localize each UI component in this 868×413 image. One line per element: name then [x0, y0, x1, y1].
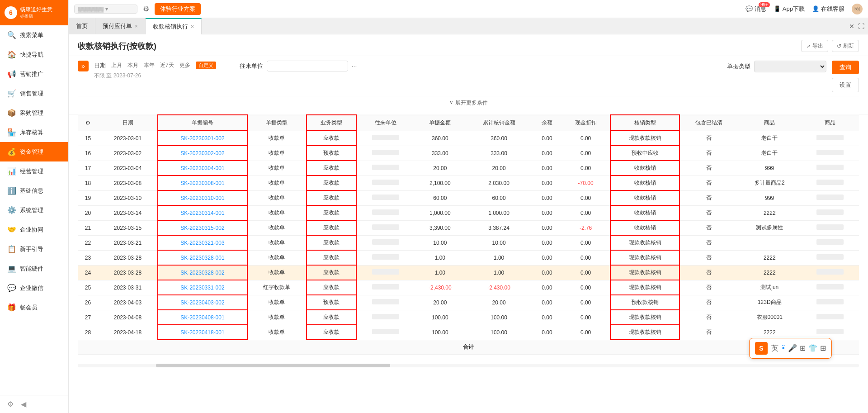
cell-cash_discount: -70.00 [561, 176, 610, 190]
sidebar-item-guide[interactable]: 📋新手引导 [0, 239, 68, 259]
sidebar-item-enterprise[interactable]: 🤝企业协同 [0, 220, 68, 239]
cell-counterpart [356, 310, 415, 325]
cell-include_settled: 否 [679, 280, 738, 295]
voucher-link[interactable]: SK-20230328-002 [180, 270, 224, 276]
sidebar-item-smart[interactable]: 💻智能硬件 [0, 259, 68, 278]
message-link[interactable]: 💬 消息 99+ [745, 5, 766, 13]
solution-button[interactable]: 体验行业方案 [155, 3, 201, 15]
tab-close-prepay[interactable]: × [135, 23, 138, 29]
cell-voucher_no[interactable]: SK-20230328-001 [158, 250, 247, 265]
cell-no: 16 [78, 146, 98, 161]
voucher-link[interactable]: SK-20230310-001 [180, 195, 224, 201]
voucher-link[interactable]: SK-20230315-002 [180, 225, 224, 231]
floating-icon-2[interactable]: •̈ [781, 344, 785, 353]
filter-settings-button[interactable]: 设置 [832, 78, 859, 92]
counterpart-input[interactable] [267, 61, 348, 71]
tab-collection-exec[interactable]: 收款核销执行× [146, 18, 202, 34]
voucher-link[interactable]: SK-20230301-002 [180, 135, 224, 142]
sidebar-icon-inventory: 🏪 [7, 128, 16, 137]
tab-home[interactable]: 首页 [69, 18, 95, 34]
sidebar-item-member[interactable]: 🎁畅会员 [0, 298, 68, 317]
date-quick-btn-上月[interactable]: 上月 [109, 61, 124, 70]
cell-no: 24 [78, 265, 98, 280]
voucher-link[interactable]: SK-20230302-002 [180, 150, 224, 157]
table-row: 252023-03-31SK-20230331-002红字收款单应收款-2,43… [78, 280, 859, 295]
cell-voucher_no[interactable]: SK-20230403-002 [158, 295, 247, 310]
sidebar-item-sales[interactable]: 🛒销售管理 [0, 84, 68, 103]
cell-voucher_no[interactable]: SK-20230321-003 [158, 235, 247, 250]
cell-cash_discount: 0.00 [561, 280, 610, 295]
voucher-link[interactable]: SK-20230314-001 [180, 210, 224, 216]
sidebar-item-search[interactable]: 🔍搜索菜单 [0, 25, 68, 45]
date-quick-btn-本年[interactable]: 本年 [142, 61, 156, 70]
floating-s-icon[interactable]: S [755, 342, 768, 355]
floating-icon-5[interactable]: 👕 [808, 344, 817, 353]
floating-icon-1[interactable]: 英 [771, 344, 778, 353]
refresh-button[interactable]: ↺ 刷新 [832, 40, 859, 52]
app-download-link[interactable]: 📱 App下载 [774, 5, 805, 13]
cell-goods: 测试多属性 [738, 220, 801, 235]
cell-goods: 老白干 [738, 146, 801, 161]
voucher-link[interactable]: SK-20230308-001 [180, 180, 224, 186]
user-avatar[interactable]: Rit [852, 4, 863, 14]
cell-voucher_no[interactable]: SK-20230308-001 [158, 176, 247, 190]
table-scrollbar[interactable] [78, 364, 859, 367]
settings-footer-icon[interactable]: ⚙ [7, 400, 14, 408]
cell-voucher_no[interactable]: SK-20230314-001 [158, 205, 247, 220]
cell-no: 21 [78, 220, 98, 235]
sidebar-item-system[interactable]: ⚙️系统管理 [0, 200, 68, 220]
sidebar-item-inventory[interactable]: 🏪库存核算 [0, 123, 68, 142]
expand-more-row[interactable]: ∨ 展开更多条件 [78, 96, 859, 109]
floating-icon-4[interactable]: ⊞ [800, 344, 806, 353]
cell-voucher_no[interactable]: SK-20230328-002 [158, 265, 247, 280]
sidebar-item-weixin[interactable]: 💬企业微信 [0, 278, 68, 298]
workspace-selector[interactable]: ▓▓▓▓▓▓▓ ▾ [74, 5, 137, 14]
topbar-settings-icon[interactable]: ⚙ [143, 5, 149, 13]
collapse-icon[interactable]: ◀ [21, 400, 26, 408]
tab-expand-icon[interactable]: ⛶ [858, 23, 864, 30]
online-service-link[interactable]: 👤 在线客服 [812, 5, 844, 13]
message-icon: 💬 [745, 5, 753, 12]
tab-close-collection-exec[interactable]: × [191, 24, 194, 30]
voucher-link[interactable]: SK-20230408-001 [180, 314, 224, 321]
cell-voucher_no[interactable]: SK-20230304-001 [158, 161, 247, 176]
filter-dots[interactable]: ··· [352, 62, 357, 70]
sidebar-item-basic[interactable]: ℹ️基础信息 [0, 181, 68, 200]
filter-expand-button[interactable]: » [78, 61, 89, 71]
sidebar-item-operations[interactable]: 📊经营管理 [0, 161, 68, 181]
voucher-link[interactable]: SK-20230328-001 [180, 255, 224, 261]
cell-voucher_no[interactable]: SK-20230310-001 [158, 190, 247, 205]
date-quick-btn-更多[interactable]: 更多 [178, 61, 192, 70]
custom-date-button[interactable]: 自定义 [196, 62, 216, 69]
cell-voucher_type: 收款单 [247, 220, 307, 235]
tab-prepay[interactable]: 预付应付单× [95, 18, 146, 34]
sidebar-icon-purchase: 📦 [7, 109, 16, 117]
export-button[interactable]: ↗ 导出 [801, 40, 828, 52]
floating-icon-6[interactable]: ⊞ [820, 344, 826, 353]
cell-voucher_no[interactable]: SK-20230315-002 [158, 220, 247, 235]
blurred-value [372, 195, 399, 200]
cell-voucher_no[interactable]: SK-20230301-002 [158, 131, 247, 146]
cell-voucher_no[interactable]: SK-20230302-002 [158, 146, 247, 161]
sidebar-item-quick-nav[interactable]: 🏠快捷导航 [0, 45, 68, 64]
cell-voucher_no[interactable]: SK-20230408-001 [158, 310, 247, 325]
sidebar-item-purchase[interactable]: 📦采购管理 [0, 103, 68, 123]
sidebar-item-finance[interactable]: 💰资金管理 [0, 142, 68, 161]
sidebar-item-marketing[interactable]: 📢营销推广 [0, 64, 68, 84]
voucher-link[interactable]: SK-20230403-002 [180, 299, 224, 306]
floating-icon-3[interactable]: 🎤 [788, 344, 797, 353]
cell-writeoff_type: 现款收款核销 [610, 325, 679, 340]
date-quick-btn-本月[interactable]: 本月 [126, 61, 140, 70]
tab-close-all-icon[interactable]: ✕ [849, 23, 854, 30]
cell-voucher_no[interactable]: SK-20230331-002 [158, 280, 247, 295]
cell-voucher_no[interactable]: SK-20230418-001 [158, 325, 247, 340]
date-quick-btn-近7天[interactable]: 近7天 [158, 61, 176, 70]
col-header-gear[interactable]: ⚙ [78, 115, 98, 131]
voucher-link[interactable]: SK-20230304-001 [180, 165, 224, 171]
voucher-link[interactable]: SK-20230321-003 [180, 240, 224, 246]
voucher-link[interactable]: SK-20230418-001 [180, 329, 224, 336]
voucher-type-select[interactable] [754, 61, 826, 72]
voucher-link[interactable]: SK-20230331-002 [180, 285, 224, 291]
scrollbar-thumb[interactable] [156, 364, 390, 367]
query-button[interactable]: 查询 [832, 61, 859, 74]
